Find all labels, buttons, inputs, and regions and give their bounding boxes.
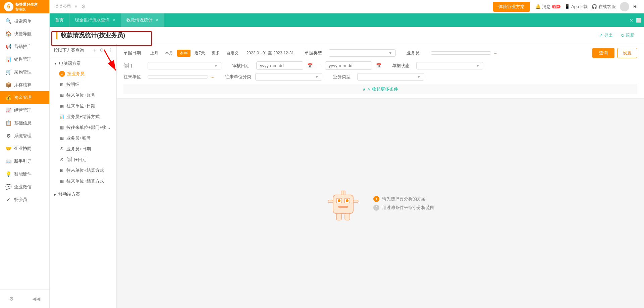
review-date-start[interactable]	[256, 61, 303, 70]
doc-type-select[interactable]: ▼	[329, 49, 396, 57]
sidebar-item-sales[interactable]: 📊 销售管理	[0, 53, 49, 66]
sidebar-item-inventory[interactable]: 📦 库存核算	[0, 79, 49, 91]
close-all-icon[interactable]: ✕	[630, 18, 633, 23]
sidebar-item-purchase[interactable]: 🛒 采购管理	[0, 66, 49, 79]
content-area: 按以下方案查询 + ⚙ 《 ▼ 电脑端方案 人 按业务员 ⊞	[50, 44, 644, 308]
menu-item-counterpart-account[interactable]: ▦ 往来单位+账号	[50, 90, 116, 101]
close-receipt-tab[interactable]: ✕	[155, 18, 158, 22]
sidebar-item-hardware[interactable]: 💡 智能硬件	[0, 168, 49, 181]
mobile-section: ▶ 移动端方案	[50, 188, 116, 201]
svg-rect-5	[338, 206, 348, 208]
doc-type-arrow: ▼	[388, 51, 392, 55]
doc-status-select[interactable]: ▼	[416, 62, 483, 69]
sidebar-item-wechat[interactable]: 💬 企业微信	[0, 181, 49, 193]
menu-item-salesperson-account[interactable]: ▦ 业务员+账号	[50, 133, 116, 144]
date-dash: —	[317, 63, 321, 68]
breadcrumb: 某某公司	[55, 4, 71, 9]
scheme-settings-btn[interactable]: ⚙	[99, 47, 105, 53]
maximize-icon[interactable]: ⬜	[636, 18, 641, 23]
sidebar-item-basic[interactable]: 📋 基础信息	[0, 117, 49, 130]
sidebar: 6 畅捷通好生意 标准版 🔍 搜索菜单 🏠 快捷导航 📢 营销推广 📊 销售管理…	[0, 0, 50, 308]
date-range-display: 2023-01-01 至 2023-12-31	[247, 50, 294, 56]
sidebar-logo: 6 畅捷通好生意 标准版	[4, 2, 38, 12]
collapse-bar[interactable]: ∧ ∧ 收起更多条件	[123, 84, 637, 94]
megaphone-icon: 📢	[5, 44, 11, 50]
panel-collapse-btn[interactable]: 《	[106, 47, 112, 53]
date-tab-7days[interactable]: 近7天	[192, 50, 208, 57]
date-tab-custom[interactable]: 自定义	[224, 50, 241, 57]
biz-type-select[interactable]: ▼	[357, 73, 424, 81]
sidebar-item-business[interactable]: 📈 经营管理	[0, 104, 49, 117]
refresh-button[interactable]: ↻ 刷新	[618, 31, 637, 40]
trending-icon: 📈	[5, 107, 11, 113]
footer-collapse-btn[interactable]: ◀◀	[30, 293, 43, 305]
bar-chart-icon: 📊	[59, 114, 64, 119]
counterpart-select[interactable]	[148, 75, 208, 79]
counterpart-label: 往来单位	[123, 74, 144, 80]
counterpart-more-btn[interactable]: ···	[211, 74, 214, 80]
trial-button[interactable]: 体验行业方案	[493, 2, 530, 12]
sidebar-item-enterprise[interactable]: 🤝 企业协同	[0, 142, 49, 155]
add-scheme-btn[interactable]: +	[92, 47, 97, 53]
menu-item-counterpart-settle1[interactable]: ⊞ 往来单位+结算方式	[50, 165, 116, 176]
table-icon4: ▦	[59, 136, 64, 141]
export-button[interactable]: ↗ 导出	[596, 31, 615, 40]
tab-home[interactable]: 首页	[50, 13, 69, 27]
sidebar-item-search[interactable]: 🔍 搜索菜单	[0, 15, 49, 28]
sidebar-item-finance[interactable]: 💰 资金管理	[0, 91, 49, 104]
export-icon: ↗	[599, 33, 603, 38]
page-header: 收款情况统计(按业务员) ↗ 导出 ↻ 刷新	[50, 27, 644, 44]
review-date-end[interactable]	[325, 61, 372, 70]
menu-item-counterpart-dept[interactable]: ▦ 按往来单位+部门+收...	[50, 122, 116, 133]
sidebar-item-quicknav[interactable]: 🏠 快捷导航	[0, 28, 49, 40]
calendar-icon-end[interactable]: 📅	[376, 63, 381, 68]
table-icon2: ▦	[59, 103, 64, 109]
settings-button[interactable]: 设置	[617, 48, 637, 58]
app-download-action[interactable]: 📱 App下载	[565, 4, 588, 10]
sidebar-item-system[interactable]: ⚙ 系统管理	[0, 130, 49, 142]
user-avatar[interactable]	[620, 2, 629, 11]
empty-state-container: 1 请先选择要分析的方案 2 用过滤条件来缩小分析范围	[326, 185, 434, 222]
salesperson-more-btn[interactable]: ···	[494, 51, 497, 56]
date-tab-this-month[interactable]: 本月	[162, 50, 176, 57]
tab-receipt[interactable]: 收款情况统计 ✕	[121, 13, 164, 27]
date-tab-this-year[interactable]: 本年	[177, 50, 191, 57]
edition-label: 标准版	[15, 7, 38, 12]
table-icon3: ▦	[59, 125, 64, 130]
sidebar-item-vip[interactable]: ✓ 畅会员	[0, 193, 49, 206]
settings-btn[interactable]: ⚙	[81, 3, 86, 10]
doc-status-arrow: ▼	[476, 64, 480, 68]
mobile-section-header[interactable]: ▶ 移动端方案	[50, 189, 116, 199]
tab-bank[interactable]: 现金银行流水查询 ✕	[69, 13, 121, 27]
date-tabs: 上月 本月 本年 近7天 更多 自定义	[148, 50, 241, 57]
menu-item-salesperson[interactable]: 人 按业务员	[50, 68, 116, 79]
query-button[interactable]: 查询	[592, 48, 614, 58]
menu-item-detail[interactable]: ⊞ 按明细	[50, 79, 116, 90]
footer-settings-btn[interactable]: ⚙	[6, 293, 16, 305]
handshake-icon: 🤝	[5, 146, 11, 152]
notifications-action[interactable]: 🔔 消息 99+	[535, 4, 560, 10]
desktop-section-header[interactable]: ▼ 电脑端方案	[50, 58, 116, 68]
sidebar-item-marketing[interactable]: 📢 营销推广	[0, 40, 49, 53]
desktop-arrow-icon: ▼	[54, 62, 57, 65]
grid-icon: ⊞	[59, 82, 64, 87]
menu-item-salesperson-settle[interactable]: 📊 业务员+结算方式	[50, 111, 116, 122]
menu-item-salesperson-date[interactable]: ⏱ 业务员+日期	[50, 144, 116, 154]
dept-select[interactable]: ▼	[148, 62, 221, 69]
menu-item-dept-date[interactable]: ⏱ 部门+日期	[50, 154, 116, 165]
review-date-label: 审核日期	[232, 63, 252, 69]
calendar-icon-start[interactable]: 📅	[307, 63, 313, 68]
online-service-action[interactable]: 🎧 在线客服	[592, 4, 616, 10]
home-icon: 🏠	[5, 31, 11, 37]
counterpart-type-select[interactable]: ▼	[255, 73, 322, 81]
menu-item-counterpart-settle2[interactable]: ▦ 往来单位+结算方式	[50, 176, 116, 187]
menu-item-counterpart-date[interactable]: ▦ 往来单位+日期	[50, 101, 116, 111]
collapse-icon: ∧	[363, 87, 366, 92]
tip-num-1: 1	[373, 196, 379, 202]
date-tab-last-month[interactable]: 上月	[148, 50, 161, 57]
salesperson-select[interactable]	[431, 51, 491, 55]
close-bank-tab[interactable]: ✕	[112, 18, 115, 22]
sidebar-item-guide[interactable]: 📖 新手引导	[0, 155, 49, 168]
query-buttons: 查询 设置	[592, 48, 637, 58]
date-tab-more[interactable]: 更多	[209, 50, 222, 57]
